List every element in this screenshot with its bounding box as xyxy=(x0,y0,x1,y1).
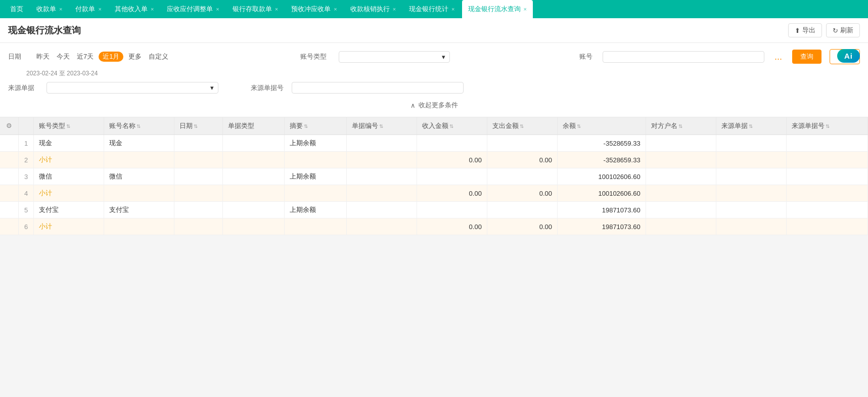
nav-tab-cash-stat[interactable]: 现金银行统计 × xyxy=(403,0,461,18)
close-icon[interactable]: × xyxy=(451,6,454,12)
doc-type-cell xyxy=(222,152,284,168)
nav-tab-ar-ap-adj[interactable]: 应收应付调整单 × xyxy=(161,0,225,18)
table-row[interactable]: 6小计0.000.0019871073.60 xyxy=(0,218,868,235)
balance-cell: -3528659.33 xyxy=(558,135,646,152)
income-cell: 0.00 xyxy=(417,152,487,168)
col-summary[interactable]: 摘要⇅ xyxy=(285,117,346,135)
doc-type-cell xyxy=(222,185,284,202)
col-doc-no[interactable]: 单据编号⇅ xyxy=(346,117,417,135)
col-account-name[interactable]: 账号名称⇅ xyxy=(104,117,174,135)
date-shortcuts: 昨天 今天 近7天 近1月 更多 自定义 xyxy=(34,52,170,62)
col-expense[interactable]: 支出金额⇅ xyxy=(487,117,557,135)
close-icon[interactable]: × xyxy=(216,6,219,12)
table-row[interactable]: 1现金现金上期余额-3528659.33 xyxy=(0,135,868,152)
collapse-up-icon: ∧ xyxy=(410,102,416,109)
col-income[interactable]: 收入金额⇅ xyxy=(417,117,487,135)
income-cell xyxy=(417,202,487,218)
refresh-icon: ↻ xyxy=(833,27,838,34)
table-row[interactable]: 4小计0.000.00100102606.60 xyxy=(0,185,868,202)
nav-tab-cash-flow-query[interactable]: 现金银行流水查询 × xyxy=(462,0,533,18)
nav-tab-receipt-verify[interactable]: 收款核销执行 × xyxy=(344,0,402,18)
table-row[interactable]: 2小计0.000.00-3528659.33 xyxy=(0,152,868,168)
doc-type-cell xyxy=(222,202,284,218)
summary-cell: 上期余额 xyxy=(285,202,346,218)
nav-tab-bank-deposit[interactable]: 银行存取款单 × xyxy=(226,0,284,18)
gear-icon[interactable]: ⚙ xyxy=(5,122,13,130)
export-button[interactable]: ⬆ 导出 xyxy=(788,23,822,37)
filter-area: 日期 昨天 今天 近7天 近1月 更多 自定义 账号类型 ▾ 账号 ... 查询… xyxy=(0,43,868,117)
counterpart-cell xyxy=(646,168,716,185)
nav-tab-payment[interactable]: 付款单 × xyxy=(69,0,107,18)
date-recent7[interactable]: 近7天 xyxy=(75,52,96,62)
account-name-cell: 微信 xyxy=(104,168,174,185)
page-header: 现金银行流水查询 ⬆ 导出 ↻ 刷新 xyxy=(0,18,868,43)
date-cell xyxy=(174,168,223,185)
col-date[interactable]: 日期⇅ xyxy=(174,117,223,135)
close-icon[interactable]: × xyxy=(524,6,527,12)
col-account-type[interactable]: 账号类型⇅ xyxy=(34,117,104,135)
col-gear: ⚙ xyxy=(0,117,19,135)
close-icon[interactable]: × xyxy=(151,6,154,12)
close-icon[interactable]: × xyxy=(59,6,62,12)
header-actions: ⬆ 导出 ↻ 刷新 xyxy=(788,23,860,37)
table-row[interactable]: 3微信微信上期余额100102606.60 xyxy=(0,168,868,185)
doc-no-cell xyxy=(346,218,417,235)
nav-tab-receipt[interactable]: 收款单 × xyxy=(30,0,68,18)
nav-tab-home[interactable]: 首页 xyxy=(4,0,29,18)
nav-tab-other-income[interactable]: 其他收入单 × xyxy=(109,0,160,18)
source-doc-cell xyxy=(716,168,786,185)
income-cell: 0.00 xyxy=(417,218,487,235)
dots-button[interactable]: ... xyxy=(772,52,784,62)
account-type-cell: 小计 xyxy=(34,185,104,202)
source-doc-no-label: 来源单据号 xyxy=(251,83,284,93)
source-doc-select[interactable]: ▾ xyxy=(47,82,218,94)
col-counterpart[interactable]: 对方户名⇅ xyxy=(646,117,716,135)
balance-cell: 100102606.60 xyxy=(558,168,646,185)
balance-cell: -3528659.33 xyxy=(558,152,646,168)
account-input[interactable] xyxy=(603,51,764,63)
account-type-label: 账号类型 xyxy=(300,52,331,61)
summary-cell: 上期余额 xyxy=(285,135,346,152)
expense-cell xyxy=(487,202,557,218)
account-name-cell xyxy=(104,152,174,168)
date-custom[interactable]: 自定义 xyxy=(147,52,170,62)
row-num-cell: 2 xyxy=(19,152,34,168)
account-type-select[interactable]: ▾ xyxy=(339,51,450,63)
account-label: 账号 xyxy=(579,52,595,61)
source-doc-no-input[interactable] xyxy=(292,82,464,94)
source-doc-cell xyxy=(716,218,786,235)
col-source-doc-no[interactable]: 来源单据号⇅ xyxy=(786,117,867,135)
date-recent1m[interactable]: 近1月 xyxy=(99,52,123,62)
col-source-doc[interactable]: 来源单据⇅ xyxy=(716,117,786,135)
col-gear-cell xyxy=(0,202,19,218)
page-title: 现金银行流水查询 xyxy=(8,24,81,36)
table-row[interactable]: 5支付宝支付宝上期余额19871073.60 xyxy=(0,202,868,218)
collapse-bar[interactable]: ∧ 收起更多条件 xyxy=(8,99,860,111)
date-cell xyxy=(174,202,223,218)
row-num-cell: 3 xyxy=(19,168,34,185)
expense-cell: 0.00 xyxy=(487,218,557,235)
col-balance[interactable]: 余额⇅ xyxy=(558,117,646,135)
income-cell xyxy=(417,135,487,152)
income-cell: 0.00 xyxy=(417,185,487,202)
close-icon[interactable]: × xyxy=(334,6,337,12)
ai-button[interactable]: Ai xyxy=(837,49,860,63)
account-name-cell: 现金 xyxy=(104,135,174,152)
col-gear-cell xyxy=(0,185,19,202)
date-yesterday[interactable]: 昨天 xyxy=(34,52,52,62)
refresh-button[interactable]: ↻ 刷新 xyxy=(826,23,860,37)
date-more[interactable]: 更多 xyxy=(126,52,144,62)
doc-no-cell xyxy=(346,185,417,202)
source-doc-no-cell xyxy=(786,202,867,218)
summary-cell xyxy=(285,218,346,235)
expense-cell: 0.00 xyxy=(487,185,557,202)
col-gear-cell xyxy=(0,152,19,168)
nav-tab-pre-receipt[interactable]: 预收冲应收单 × xyxy=(285,0,343,18)
query-button[interactable]: 查询 xyxy=(792,50,821,64)
date-today[interactable]: 今天 xyxy=(55,52,72,62)
summary-cell xyxy=(285,152,346,168)
close-icon[interactable]: × xyxy=(275,6,278,12)
row-num-cell: 4 xyxy=(19,185,34,202)
close-icon[interactable]: × xyxy=(393,6,396,12)
close-icon[interactable]: × xyxy=(98,6,101,12)
